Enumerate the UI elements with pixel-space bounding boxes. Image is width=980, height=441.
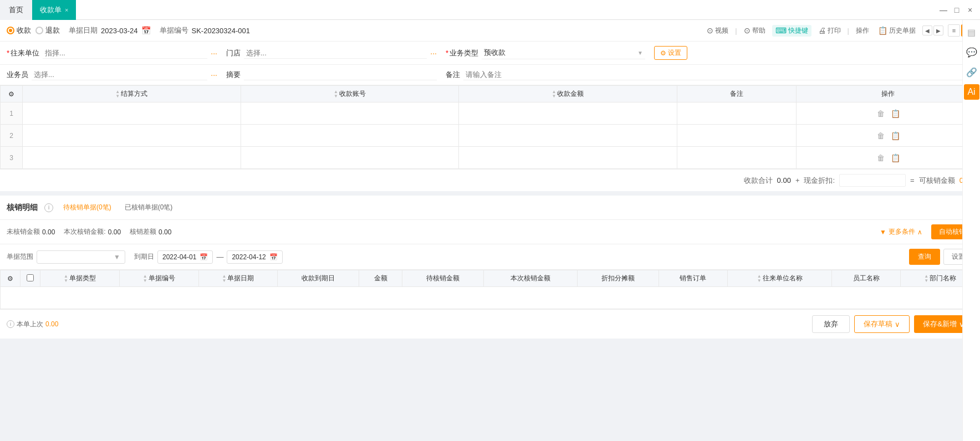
date-end-value: 2022-04-12: [232, 253, 266, 261]
biz-type-select[interactable]: 预收款 ▼: [482, 47, 645, 59]
table-gear-header[interactable]: ⚙: [1, 86, 23, 102]
print-btn[interactable]: 🖨 打印: [816, 25, 843, 37]
remark-cell-2[interactable]: [677, 125, 796, 147]
history-btn[interactable]: 📋 历史单据: [876, 25, 918, 37]
save-draft-button[interactable]: 保存草稿 ∨: [854, 315, 910, 333]
counterpart-more-icon[interactable]: ···: [211, 49, 217, 58]
bottom-bar: i 本单上次 0.00 放弃 保存草稿 ∨ 保存&新增 ∨: [0, 309, 980, 339]
hexiao-info-icon[interactable]: i: [44, 203, 53, 212]
remark-cell-3[interactable]: [677, 147, 796, 169]
window-maximize-icon[interactable]: □: [951, 4, 962, 16]
btable-counterpart-header: ▲▼往来单位名称: [727, 270, 831, 287]
lower-info-icon[interactable]: i: [7, 320, 14, 328]
nav-prev-icon[interactable]: ◀: [922, 25, 932, 35]
settings-button[interactable]: ⚙ 设置: [654, 46, 687, 60]
btable-voucher-date-header: ▲▼单据日期: [198, 270, 278, 287]
actions-cell-3: 🗑 📋: [797, 147, 980, 169]
shortcut-icon: ⌨: [775, 26, 787, 35]
total-label: 收款合计: [744, 176, 773, 186]
settlement-cell-2[interactable]: [23, 125, 241, 147]
video-label: 视频: [715, 26, 728, 35]
hexiao-tab-done[interactable]: 已核销单据(0笔): [121, 201, 176, 214]
refund-radio[interactable]: 退款: [35, 25, 60, 35]
copy-icon-3[interactable]: 📋: [890, 152, 901, 163]
window-close-icon[interactable]: ×: [964, 4, 976, 16]
toolbar-right: ⊙ 视频 | ⊙ 帮助 ⌨ 快捷键 🖨 打印 | 操作: [705, 24, 973, 37]
copy-icon-2[interactable]: 📋: [890, 130, 901, 141]
shop-input[interactable]: [244, 48, 427, 59]
filter-row: 单据范围 ▼ 到期日 2022-04-01 📅 — 2022-04-12: [0, 244, 980, 270]
remark-input[interactable]: [463, 69, 973, 80]
nav-next-icon[interactable]: ▶: [933, 25, 943, 35]
summary-input[interactable]: [244, 69, 437, 80]
diff-label: 核销差额: [130, 227, 156, 237]
plus-sign: +: [795, 176, 800, 184]
video-btn[interactable]: ⊙ 视频: [705, 25, 731, 37]
fields-row-1: 往来单位 ··· 门店 ··· 业务类型 预收款 ▼ ⚙ 设置: [0, 42, 980, 65]
bottom-actions: 放弃 保存草稿 ∨ 保存&新增 ∨: [812, 315, 973, 333]
receipt-radio[interactable]: 收款: [7, 25, 31, 35]
amount-cell-2[interactable]: [459, 125, 677, 147]
sidebar-ai-icon[interactable]: Ai: [964, 84, 979, 100]
btable-empty-row: [1, 287, 980, 309]
remark-cell-1[interactable]: [677, 102, 796, 125]
date-start-input[interactable]: 2022-04-01 📅: [157, 250, 213, 264]
delete-icon-2[interactable]: 🗑: [875, 130, 886, 141]
delete-icon-3[interactable]: 🗑: [875, 152, 886, 163]
hexiao-tab-pending[interactable]: 待核销单据(0笔): [60, 201, 115, 214]
select-all-checkbox[interactable]: [27, 274, 34, 281]
save-draft-label: 保存草稿: [864, 319, 892, 329]
account-cell-2[interactable]: [241, 125, 459, 147]
btable-gear-header[interactable]: ⚙: [1, 270, 21, 287]
due-date-label: 到期日: [134, 252, 154, 261]
hexiao-table: ⚙ ▲▼单据类型 ▲▼单据编号 ▲▼单据日期 收款到期: [0, 270, 980, 309]
diff-stat: 核销差额 0.00: [130, 227, 171, 237]
print-label: 打印: [828, 26, 841, 35]
tab-home[interactable]: 首页: [0, 0, 32, 20]
sidebar-attach-icon[interactable]: 🔗: [964, 64, 979, 80]
btable-voucher-num-header: ▲▼单据编号: [119, 270, 198, 287]
copy-icon-1[interactable]: 📋: [890, 108, 901, 119]
table-row: 2 🗑 📋: [1, 125, 980, 147]
staff-input[interactable]: [32, 69, 207, 80]
abandon-button[interactable]: 放弃: [812, 315, 850, 333]
print-icon: 🖨: [818, 26, 826, 35]
calendar-icon[interactable]: 📅: [141, 26, 151, 35]
settlement-cell-3[interactable]: [23, 147, 241, 169]
tab-active[interactable]: 收款单 ×: [32, 0, 76, 20]
refund-radio-dot: [35, 27, 43, 34]
amount-cell-3[interactable]: [459, 147, 677, 169]
amount-header: ▲▼收款金额: [459, 86, 677, 102]
btable-voucher-type-header: ▲▼单据类型: [40, 270, 120, 287]
this-upper-stat: i 本单上次 0.00: [7, 320, 58, 329]
shortcut-btn[interactable]: ⌨ 快捷键: [772, 25, 811, 37]
voucher-range-select[interactable]: ▼: [37, 250, 125, 264]
date-end-input[interactable]: 2022-04-12 📅: [227, 250, 282, 264]
nav-arrows: ◀ ▶: [922, 25, 943, 35]
tab-close-icon[interactable]: ×: [65, 7, 68, 13]
tab-bar: 首页 收款单 × — □ ×: [0, 0, 980, 20]
staff-more-icon[interactable]: ···: [211, 70, 217, 79]
account-cell-1[interactable]: [241, 102, 459, 125]
amount-cell-1[interactable]: [459, 102, 677, 125]
sidebar-chat-icon[interactable]: 💬: [964, 44, 979, 60]
help-btn[interactable]: ⊙ 帮助: [742, 25, 768, 37]
receipt-table-section: ⚙ ▲▼结算方式 ▲▼收款账号 ▲▼收款金额 备注 操作: [0, 85, 980, 169]
sidebar-table-icon[interactable]: ▤: [964, 24, 979, 40]
receipt-table: ⚙ ▲▼结算方式 ▲▼收款账号 ▲▼收款金额 备注 操作: [0, 85, 980, 169]
delete-icon-1[interactable]: 🗑: [875, 108, 886, 119]
counterpart-input[interactable]: [43, 48, 207, 59]
shop-more-icon[interactable]: ···: [430, 49, 437, 58]
operation-btn[interactable]: 操作: [854, 25, 871, 37]
counterpart-label: 往来单位: [7, 48, 39, 58]
query-button[interactable]: 查询: [909, 249, 940, 265]
list-view-icon[interactable]: ≡: [948, 24, 960, 37]
account-cell-3[interactable]: [241, 147, 459, 169]
window-minimize-icon[interactable]: —: [938, 4, 949, 16]
discount-input[interactable]: [839, 174, 906, 187]
gear-icon: ⚙: [660, 49, 666, 57]
more-conditions-btn[interactable]: ▼ 更多条件 ∧: [880, 227, 922, 237]
settlement-cell-1[interactable]: [23, 102, 241, 125]
unchecked-value: 0.00: [42, 228, 55, 236]
btable-staff-header: 员工名称: [832, 270, 901, 287]
